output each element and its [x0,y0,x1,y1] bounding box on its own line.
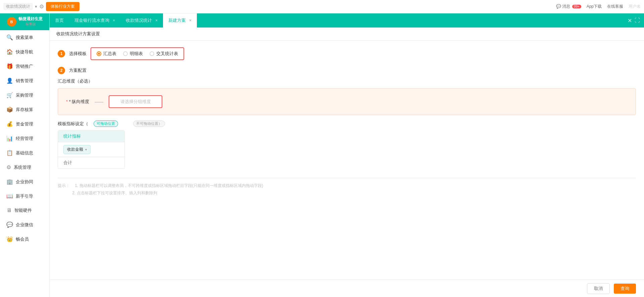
tab-receipt-close[interactable]: × [155,18,158,23]
radio-group: 汇总表 明细表 交叉统计表 [97,51,178,57]
tab-new-plan[interactable]: 新建方案 × [163,13,197,28]
sidebar-item-label: 销售管理 [16,78,33,84]
tip2-text: 2. 点击标题栏下拉可设置排序、插入列和删除列 [72,191,157,195]
tab-receipt-label: 收款情况统计 [126,17,152,23]
tab-receipt[interactable]: 收款情况统计 × [120,13,163,28]
message-label: 消息 [562,4,570,9]
tab-new-plan-label: 新建方案 [168,17,186,23]
sidebar-item-inventory[interactable]: 📦 库存核算 [0,102,49,117]
sidebar-item-hardware[interactable]: 🖥 智能硬件 [0,203,49,217]
cancel-button[interactable]: 取消 [587,283,610,294]
tab-new-plan-close[interactable]: × [189,18,192,23]
non-draggable-badge-text: 不可拖动位置） [136,121,162,126]
radio-detail-circle [123,51,128,56]
chevron-down-icon[interactable]: ▾ [35,4,37,9]
step1-badge: 1 [58,50,65,57]
radio-detail[interactable]: 明细表 [123,51,143,57]
message-area[interactable]: 💬 消息 99+ [556,4,581,9]
step1-label: 选择模板 [69,51,87,57]
search-icon: 🔍 [6,34,13,41]
sidebar-logo: B 畅捷通好生意 标准版 [0,13,49,30]
tips-section: 提示： 1. 拖动标题栏可以调整布局，不可跨维度或指标区域拖动栏目字段(只能在同… [58,178,636,197]
sidebar-item-enterprise[interactable]: 🏢 企业协同 [0,175,49,189]
dropdown-icon: ▾ [85,148,87,151]
tip1: 提示： 1. 拖动标题栏可以调整布局，不可跨维度或指标区域拖动栏目字段(只能在同… [58,182,636,190]
page-header: 收款情况统计方案设置 [50,28,644,41]
sidebar-item-marketing[interactable]: 🎁 营销推广 [0,59,49,73]
sidebar-item-label: 搜索菜单 [16,35,33,41]
sidebar-item-label: 企业微信 [16,222,33,228]
tip1-text: 1. 拖动标题栏可以调整布局，不可跨维度或指标区域拖动栏目字段(只能在同一维度或… [75,183,263,188]
sidebar-item-guide[interactable]: 📖 新手引导 [0,189,49,203]
sidebar-item-member[interactable]: 👑 畅会员 [0,232,49,246]
form-section: 1 选择模板 汇总表 明细表 [50,41,644,280]
step2-label: 方案配置 [69,67,87,73]
tab-bar: 首页 现金银行流水查询 × 收款情况统计 × 新建方案 × ✕ ⛶ [50,13,644,28]
home-icon: 🏠 [6,49,13,55]
radio-cross[interactable]: 交叉统计表 [150,51,178,57]
indicator-tag-amount[interactable]: 收款金额 ▾ [63,145,91,154]
sidebar-item-label: 企业协同 [16,179,33,185]
sidebar-item-basic[interactable]: 📋 基础信息 [0,146,49,160]
trial-button[interactable]: 体验行业方案 [46,2,79,11]
monitor-icon: 🖥 [6,207,12,213]
radio-summary[interactable]: 汇总表 [97,51,116,57]
settings-icon[interactable]: ⚙ [39,3,44,10]
sidebar-item-search[interactable]: 🔍 搜索菜单 [0,30,49,45]
step2-row: 2 方案配置 [58,67,636,74]
page-header-title: 收款情况统计方案设置 [56,31,100,36]
chat-icon: 💬 [6,221,13,228]
sidebar-item-label: 系统管理 [14,164,31,170]
step2-badge: 2 [58,67,65,74]
chart-icon: 📊 [6,135,13,142]
sidebar-item-sales[interactable]: 👤 销售管理 [0,73,49,88]
sidebar-item-label: 畅会员 [16,236,29,242]
sidebar-item-finance[interactable]: 💰 资金管理 [0,117,49,131]
sidebar-item-nav[interactable]: 🏠 快捷导航 [0,45,49,59]
radio-cross-circle [150,51,154,56]
sidebar-item-system[interactable]: ⚙ 系统管理 [0,160,49,175]
money-icon: 💰 [6,121,13,127]
radio-summary-circle [97,51,101,56]
tab-bank-label: 现金银行流水查询 [74,17,109,23]
logo-icon: B [7,17,16,27]
gift-icon: 🎁 [6,63,13,69]
arrow: —— [95,99,103,104]
sidebar-item-label: 新手引导 [16,193,33,199]
indicator-title-text: 模板指标设定（ [58,121,88,127]
indicator-table: 统计指标 收款金额 ▾ 合计 [58,130,125,169]
box-icon: 📦 [6,106,13,113]
query-button[interactable]: 查询 [614,284,636,294]
close-window-button[interactable]: ✕ [628,17,632,24]
radio-detail-label: 明细表 [130,51,143,57]
sidebar-item-label: 资金管理 [16,121,33,127]
dimension-select[interactable]: 请选择分组维度 [109,95,162,108]
page-content: 收款情况统计方案设置 1 选择模板 汇总表 [50,28,644,280]
step1-row: 1 选择模板 汇总表 明细表 [58,47,636,60]
person-icon: 👤 [6,78,13,84]
dimension-area: * * 纵向维度 —— 请选择分组维度 [58,88,636,115]
indicator-header: 模板指标设定（ 可拖动位置 不可拖动位置） [58,120,636,127]
tab-bank[interactable]: 现金银行流水查询 × [69,13,120,28]
sidebar-item-purchase[interactable]: 🛒 采购管理 [0,88,49,102]
sidebar-item-operation[interactable]: 📊 经营管理 [0,131,49,146]
service-link[interactable]: 在线客服 [607,4,623,9]
download-link[interactable]: App下载 [587,4,602,9]
tip-label: 提示： [58,183,74,188]
indicator-table-header: 统计指标 [58,131,124,142]
sidebar-item-wechat[interactable]: 💬 企业微信 [0,217,49,232]
header-left: 收款情况统计 ▾ ⚙ 体验行业方案 [3,2,553,11]
tab-bank-close[interactable]: × [113,18,115,23]
gear-icon: ⚙ [6,164,11,170]
draggable-badge: 可拖动位置 [94,120,118,127]
indicator-table-row: 收款金额 ▾ [58,142,124,157]
breadcrumb: 收款情况统计 [3,3,33,10]
expand-window-button[interactable]: ⛶ [635,17,640,23]
tab-home[interactable]: 首页 [50,13,69,28]
user-name[interactable]: 用户名 [629,4,641,9]
indicator-title-sep [123,121,128,127]
indicator-subtotal: 合计 [58,157,124,168]
tab-bar-actions: ✕ ⛶ [628,17,644,24]
header-right: 💬 消息 99+ App下载 在线客服 用户名 [556,4,641,9]
logo-text: 畅捷通好生意 [18,16,43,22]
